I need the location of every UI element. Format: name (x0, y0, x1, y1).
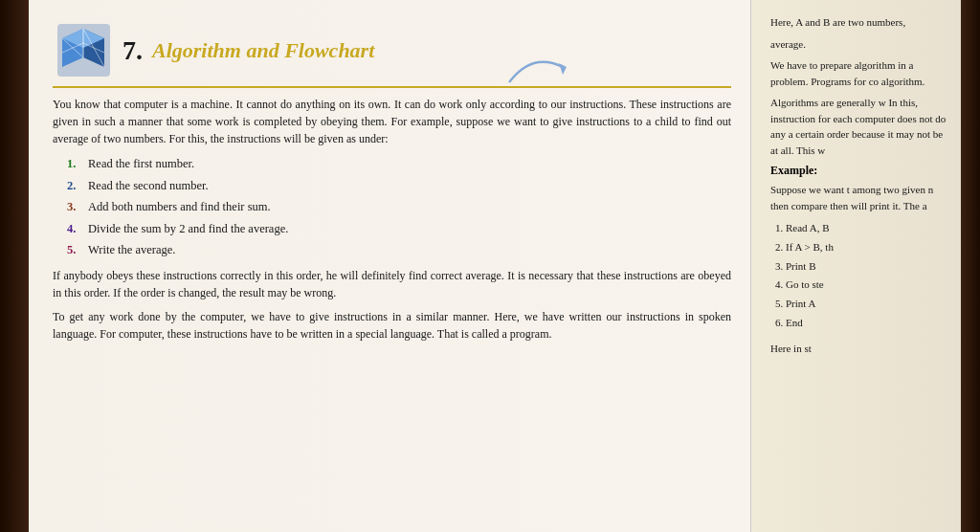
example-label: Example: (770, 164, 947, 178)
step-num-4: 4. (67, 218, 88, 240)
right-step-num-4: 4. (775, 278, 783, 290)
list-item: 5. Print A (775, 295, 947, 314)
right-para2: Algorithms are generally w In this, inst… (770, 95, 947, 158)
step-num-2: 2. (67, 175, 88, 197)
right-step-text-6: End (786, 317, 803, 328)
list-item: 4. Divide the sum by 2 and find the aver… (67, 218, 731, 240)
chapter-number: 7. (122, 35, 143, 66)
right-step-text-2: If A > B, th (786, 241, 834, 253)
svg-marker-9 (559, 63, 567, 75)
body-para-1: If anybody obeys these instructions corr… (53, 267, 731, 302)
chapter-title: Algorithm and Flowchart (152, 38, 374, 63)
right-step-num-5: 5. (775, 298, 783, 309)
arrow-decoration (501, 43, 578, 91)
chapter-header: 7. Algorithm and Flowchart (53, 19, 731, 88)
step-text-5: Write the average. (88, 239, 175, 261)
list-item: 3. Print B (775, 257, 947, 277)
step-text-2: Read the second number. (88, 175, 209, 197)
right-step-text-4: Go to ste (786, 278, 824, 290)
right-step-text-5: Print A (786, 298, 815, 309)
body-para-2: To get any work done by the computer, we… (53, 308, 731, 344)
right-footer: Here in st (770, 341, 947, 357)
right-line1: Here, A and B are two numbers, (770, 14, 947, 31)
list-item: 1. Read A, B (775, 219, 947, 238)
right-step-num-6: 6. (775, 317, 783, 328)
right-steps-list: 1. Read A, B 2. If A > B, th 3. Print B … (775, 219, 947, 333)
list-item: 1. Read the first number. (67, 153, 731, 175)
step-num-1: 1. (67, 153, 88, 175)
page-container: 7. Algorithm and Flowchart You know that… (0, 0, 980, 532)
list-item: 5. Write the average. (67, 239, 731, 261)
right-step-num-3: 3. (775, 260, 783, 272)
step-text-1: Read the first number. (88, 153, 194, 175)
right-line2: average. (770, 36, 947, 53)
list-item: 2. If A > B, th (775, 238, 947, 257)
step-text-3: Add both numbers and find their sum. (88, 196, 271, 218)
right-page: Here, A and B are two numbers, average. … (750, 0, 961, 532)
right-step-text-3: Print B (786, 260, 815, 272)
right-step-num-2: 2. (775, 241, 783, 253)
list-item: 2. Read the second number. (67, 175, 731, 197)
steps-list: 1. Read the first number. 2. Read the se… (67, 153, 731, 261)
cube-icon (53, 19, 115, 81)
step-num-5: 5. (67, 239, 88, 261)
example-intro: Suppose we want t among two given n then… (770, 182, 947, 213)
right-para1: We have to prepare algorithm in a proble… (770, 57, 947, 89)
right-step-num-1: 1. (775, 222, 783, 233)
list-item: 3. Add both numbers and find their sum. (67, 196, 731, 218)
right-edge (961, 0, 980, 532)
left-edge (0, 0, 29, 532)
list-item: 4. Go to ste (775, 276, 947, 295)
main-page: 7. Algorithm and Flowchart You know that… (29, 0, 750, 532)
right-step-text-1: Read A, B (786, 222, 830, 233)
step-num-3: 3. (67, 196, 88, 218)
list-item: 6. End (775, 314, 947, 333)
intro-text: You know that computer is a machine. It … (53, 96, 731, 147)
step-text-4: Divide the sum by 2 and find the average… (88, 218, 288, 240)
